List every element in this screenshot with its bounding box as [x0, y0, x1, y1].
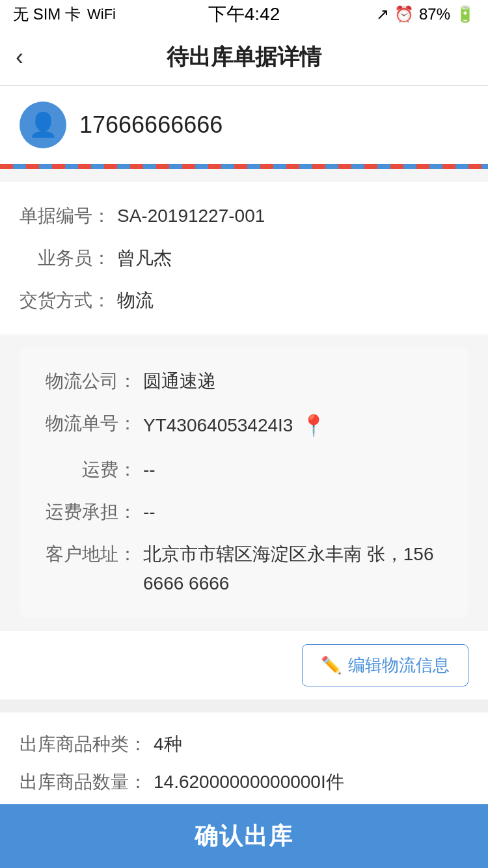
- product-section: 出库商品种类： 4种 出库商品数量： 14.62000000000000I件: [0, 712, 488, 814]
- battery-text: 87%: [419, 5, 450, 23]
- avatar: 👤: [20, 102, 66, 148]
- status-time: 下午4:42: [208, 2, 280, 27]
- back-button[interactable]: ‹: [16, 44, 23, 71]
- delivery-row: 交货方式： 物流: [20, 286, 468, 316]
- logistics-card: 物流公司： 圆通速递 物流单号： YT43064053424I3 📍 运费： -…: [20, 347, 468, 617]
- alarm-icon: ⏰: [394, 5, 414, 23]
- order-info-section: 单据编号： SA-20191227-001 业务员： 曾凡杰 交货方式： 物流: [0, 182, 488, 334]
- customer-header: 👤 17666666666: [0, 86, 488, 164]
- address-label: 客户地址：: [39, 540, 137, 569]
- dashed-divider: [0, 164, 488, 169]
- tracking-number: YT43064053424I3: [143, 411, 293, 441]
- freight-label: 运费：: [39, 455, 137, 485]
- edit-logistics-label: 编辑物流信息: [348, 654, 450, 677]
- customer-phone: 17666666666: [79, 111, 223, 139]
- edit-logistics-button[interactable]: ✏️ 编辑物流信息: [302, 644, 468, 686]
- salesman-label: 业务员：: [20, 244, 111, 273]
- location-status-icon: ↗: [376, 5, 389, 23]
- company-label: 物流公司：: [39, 367, 137, 396]
- nav-bar: ‹ 待出库单据详情: [0, 29, 488, 86]
- salesman-value: 曾凡杰: [117, 244, 468, 273]
- product-qty-label: 出库商品数量：: [20, 770, 147, 794]
- edit-logistics-section: ✏️ 编辑物流信息: [0, 631, 488, 699]
- freight-bear-value: --: [143, 498, 449, 527]
- freight-bear-row: 运费承担： --: [39, 498, 449, 527]
- section-divider: [0, 699, 488, 712]
- wifi-icon: WiFi: [87, 6, 116, 23]
- company-value: 圆通速递: [143, 367, 449, 396]
- order-no-value: SA-20191227-001: [117, 202, 468, 231]
- delivery-label: 交货方式：: [20, 286, 111, 316]
- page-title: 待出库单据详情: [167, 42, 321, 72]
- salesman-row: 业务员： 曾凡杰: [20, 244, 468, 273]
- status-left: 无 SIM 卡 WiFi: [13, 4, 116, 25]
- confirm-button[interactable]: 确认出库: [0, 804, 488, 868]
- battery-icon: 🔋: [455, 5, 475, 23]
- order-no-label: 单据编号：: [20, 202, 111, 231]
- carrier-text: 无 SIM 卡: [13, 4, 81, 25]
- tracking-value: YT43064053424I3 📍: [143, 409, 449, 442]
- delivery-value: 物流: [117, 286, 468, 316]
- order-no-row: 单据编号： SA-20191227-001: [20, 202, 468, 231]
- status-right: ↗ ⏰ 87% 🔋: [376, 5, 475, 23]
- company-row: 物流公司： 圆通速递: [39, 367, 449, 396]
- address-value: 北京市市辖区海淀区永丰南 张，156 6666 6666: [143, 540, 449, 599]
- back-icon: ‹: [16, 44, 23, 71]
- status-bar: 无 SIM 卡 WiFi 下午4:42 ↗ ⏰ 87% 🔋: [0, 0, 488, 29]
- product-types-value: 4种: [154, 732, 182, 757]
- location-icon[interactable]: 📍: [301, 409, 327, 442]
- freight-bear-label: 运费承担：: [39, 498, 137, 527]
- avatar-icon: 👤: [29, 111, 58, 139]
- product-qty-row: 出库商品数量： 14.62000000000000I件: [20, 770, 468, 794]
- freight-row: 运费： --: [39, 455, 449, 485]
- product-qty-value: 14.62000000000000I件: [154, 770, 344, 794]
- confirm-button-label: 确认出库: [195, 821, 293, 852]
- address-row: 客户地址： 北京市市辖区海淀区永丰南 张，156 6666 6666: [39, 540, 449, 599]
- tracking-row: 物流单号： YT43064053424I3 📍: [39, 409, 449, 442]
- freight-value: --: [143, 455, 449, 485]
- edit-icon: ✏️: [321, 655, 342, 675]
- product-types-label: 出库商品种类：: [20, 732, 147, 757]
- tracking-label: 物流单号：: [39, 409, 137, 439]
- product-types-row: 出库商品种类： 4种: [20, 732, 468, 757]
